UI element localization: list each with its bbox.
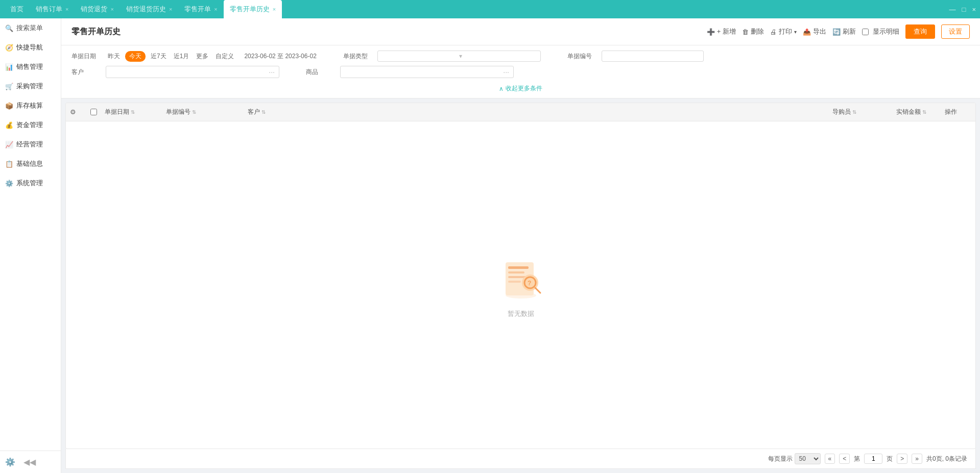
sidebar-item-operations[interactable]: 📈 经营管理 <box>0 135 61 154</box>
delete-icon: 🗑 <box>742 28 749 36</box>
settings-button[interactable]: 设置 <box>941 24 970 39</box>
date-opt-last1m[interactable]: 近1月 <box>172 51 192 62</box>
print-icon: 🖨 <box>770 28 777 36</box>
print-dropdown-icon[interactable]: ▾ <box>794 29 797 35</box>
add-button[interactable]: ➕ + 新增 <box>707 27 736 36</box>
svg-text:?: ? <box>528 280 531 287</box>
date-opt-custom[interactable]: 自定义 <box>213 51 236 62</box>
customer-input-wrap[interactable]: ··· <box>106 66 279 78</box>
goods-input-wrap[interactable]: ··· <box>340 66 514 78</box>
doc-type-select[interactable]: ▾ <box>377 51 541 62</box>
operations-icon: 📈 <box>5 141 13 148</box>
sidebar-search[interactable]: 🔍 搜索菜单 <box>0 18 61 38</box>
per-page-label: 每页显示 <box>768 455 793 463</box>
last-page-button[interactable]: » <box>912 454 922 464</box>
tab-retail-open-history[interactable]: 零售开单历史 × <box>224 0 282 18</box>
sidebar-item-quick-nav[interactable]: 🧭 快捷导航 <box>0 38 61 57</box>
page-input[interactable] <box>864 454 882 464</box>
topbar-controls: — □ × <box>949 6 976 13</box>
first-page-button[interactable]: « <box>825 454 835 464</box>
tab-close-sales-order[interactable]: × <box>65 6 68 12</box>
date-opt-yesterday[interactable]: 昨天 <box>106 51 122 62</box>
total-info: 共0页, 0条记录 <box>926 455 967 463</box>
empty-text: 暂无数据 <box>508 309 534 318</box>
refresh-icon: 🔄 <box>832 28 841 36</box>
query-button[interactable]: 查询 <box>905 24 935 39</box>
svg-line-8 <box>535 288 540 293</box>
filter-area: 单据日期 昨天 今天 近7天 近1月 更多 自定义 2023-06-02 至 2… <box>61 45 980 98</box>
page-title: 零售开单历史 <box>71 27 121 37</box>
goods-picker-icon[interactable]: ··· <box>503 68 509 76</box>
tab-close-retail-open-history[interactable]: × <box>273 6 276 12</box>
sidebar-item-sales-mgmt[interactable]: 📊 销售管理 <box>0 57 61 77</box>
toolbar: ➕ + 新增 🗑 删除 🖨 打印 ▾ 📤 导出 🔄 <box>707 24 970 39</box>
page-size-select[interactable]: 10 20 50 100 <box>795 453 821 464</box>
th-action: 操作 <box>930 108 971 116</box>
date-options: 昨天 今天 近7天 近1月 更多 自定义 <box>106 51 236 62</box>
delete-button[interactable]: 🗑 删除 <box>742 27 764 36</box>
main-layout: 🔍 搜索菜单 🧭 快捷导航 📊 销售管理 🛒 采购管理 📦 库存核算 💰 资金管… <box>0 18 980 473</box>
doc-num-input[interactable] <box>606 53 699 60</box>
filter-row-1: 单据日期 昨天 今天 近7天 近1月 更多 自定义 2023-06-02 至 2… <box>71 51 970 62</box>
table-select-all[interactable] <box>86 109 101 115</box>
tab-bar: 首页 销售订单 × 销货退货 × 销货退货历史 × 零售开单 × 零售开单历史 … <box>0 0 980 18</box>
th-amount[interactable]: 实销金额 ⇅ <box>879 108 930 116</box>
customer-picker-icon[interactable]: ··· <box>269 68 275 76</box>
customer-label: 客户 <box>71 68 100 77</box>
date-opt-today[interactable]: 今天 <box>125 51 146 62</box>
sidebar-item-finance[interactable]: 💰 资金管理 <box>0 115 61 135</box>
tab-sales-return-history[interactable]: 销货退货历史 × <box>120 0 178 18</box>
collapse-icon: ∧ <box>499 85 504 92</box>
customer-input[interactable] <box>110 68 269 76</box>
display-detail-button[interactable]: 显示明细 <box>862 27 899 36</box>
svg-rect-5 <box>508 281 521 283</box>
topbar-minimize[interactable]: — <box>949 6 956 13</box>
th-guide[interactable]: 导购员 ⇅ <box>828 108 879 116</box>
topbar-maximize[interactable]: □ <box>962 6 966 13</box>
sidebar-settings-icon[interactable]: ⚙️ <box>5 457 15 467</box>
tab-close-retail-open[interactable]: × <box>214 6 217 12</box>
th-customer[interactable]: 客户 ⇅ <box>244 108 828 116</box>
table-settings-icon[interactable]: ⚙ <box>70 108 86 116</box>
sort-amount-icon: ⇅ <box>922 109 926 115</box>
th-date[interactable]: 单据日期 ⇅ <box>101 108 162 116</box>
date-opt-more[interactable]: 更多 <box>194 51 210 62</box>
tab-home[interactable]: 首页 <box>4 0 30 18</box>
th-num[interactable]: 单据编号 ⇅ <box>162 108 244 116</box>
sidebar-bottom: ⚙️ ◀◀ <box>0 451 61 473</box>
prev-page-button[interactable]: < <box>839 454 850 464</box>
quick-nav-icon: 🧭 <box>5 44 13 52</box>
svg-rect-3 <box>508 271 524 273</box>
sidebar-item-sys-mgmt[interactable]: ⚙️ 系统管理 <box>0 173 61 193</box>
finance-icon: 💰 <box>5 121 13 129</box>
refresh-button[interactable]: 🔄 刷新 <box>832 27 856 36</box>
collapse-bar[interactable]: ∧ 收起更多条件 <box>71 82 970 96</box>
tab-retail-open[interactable]: 零售开单 × <box>178 0 223 18</box>
display-detail-checkbox[interactable] <box>862 29 869 35</box>
table-header: ⚙ 单据日期 ⇅ 单据编号 ⇅ 客户 ⇅ 导购员 ⇅ <box>66 103 975 121</box>
sidebar-collapse-icon[interactable]: ◀◀ <box>23 457 36 467</box>
tab-sales-return[interactable]: 销货退货 × <box>75 0 119 18</box>
goods-input[interactable] <box>345 68 503 76</box>
page-suffix: 页 <box>887 455 893 463</box>
tab-close-sales-return[interactable]: × <box>110 6 113 12</box>
print-button[interactable]: 🖨 打印 ▾ <box>770 27 797 36</box>
export-button[interactable]: 📤 导出 <box>803 27 826 36</box>
tab-sales-order[interactable]: 销售订单 × <box>30 0 75 18</box>
table-area: ⚙ 单据日期 ⇅ 单据编号 ⇅ 客户 ⇅ 导购员 ⇅ <box>65 103 976 449</box>
doc-type-arrow-icon: ▾ <box>459 53 536 60</box>
sidebar-item-purchase-mgmt[interactable]: 🛒 采购管理 <box>0 77 61 96</box>
next-page-button[interactable]: > <box>897 454 907 464</box>
select-all-checkbox[interactable] <box>90 109 97 115</box>
date-range-display: 2023-06-02 至 2023-06-02 <box>244 52 316 61</box>
date-opt-last7[interactable]: 近7天 <box>149 51 169 62</box>
sort-num-icon: ⇅ <box>192 109 196 115</box>
page-size-wrap: 每页显示 10 20 50 100 <box>768 453 821 464</box>
search-icon: 🔍 <box>5 24 13 32</box>
sidebar-item-basic-info[interactable]: 📋 基础信息 <box>0 154 61 173</box>
doc-num-input-wrap[interactable] <box>602 51 704 62</box>
sidebar-item-inventory[interactable]: 📦 库存核算 <box>0 96 61 115</box>
tab-close-sales-return-history[interactable]: × <box>169 6 172 12</box>
topbar-close[interactable]: × <box>972 6 976 13</box>
pagination-bar: 每页显示 10 20 50 100 « < 第 页 > » 共0页, 0条记录 <box>65 449 976 469</box>
